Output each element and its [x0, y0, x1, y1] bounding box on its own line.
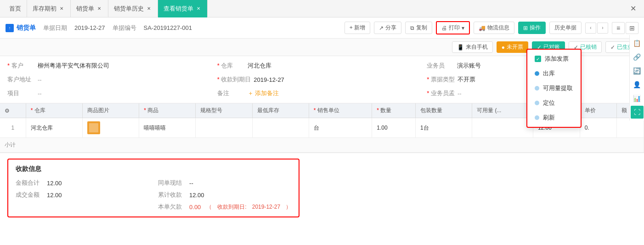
bottom-section: 收款信息 金额合计 12.00 同单现结 -- 成交金额 12.00 累计收款 … — [0, 153, 644, 223]
doc-meta: 单据日期 2019-12-27 单据编号 SA-20191227-001 — [43, 24, 192, 32]
add-note-button[interactable]: ＋ 添加备注 — [248, 89, 279, 97]
number-label: 单据编号 — [113, 24, 136, 32]
sidebar-doc-icon[interactable]: 📋 — [631, 37, 644, 50]
payment-date-value: 2019-12-27 — [254, 76, 427, 83]
tab-bar-right: ✕ — [626, 1, 640, 16]
refresh-label: 刷新 — [543, 114, 555, 122]
new-button[interactable]: + 新增 — [345, 22, 370, 34]
sidebar-expand-icon[interactable]: ⛶ — [631, 106, 644, 119]
cumulative-label: 累计收款 — [158, 191, 186, 199]
print-icon: 🖨 — [441, 25, 447, 31]
history-button[interactable]: 历史单据 — [549, 22, 582, 34]
locate-dot — [535, 101, 539, 105]
tab-sales-history[interactable]: 销货单历史 ✕ — [108, 0, 158, 17]
sidebar-refresh-icon[interactable]: 🔄 — [631, 64, 644, 77]
payment-title: 收款信息 — [16, 165, 291, 173]
deal-amount-value: 12.00 — [47, 192, 62, 199]
col-settings[interactable]: ⚙ — [0, 103, 26, 118]
address-value: -- — [38, 76, 217, 83]
not-opened-button[interactable]: ● 未开票 — [497, 41, 528, 53]
doc-type-icon-text: ↑ — [9, 26, 11, 30]
customer-value: 柳州粤港平安气体有限公司 — [38, 62, 217, 70]
tab-inventory-init[interactable]: 库存期初 ✕ — [27, 0, 71, 17]
row-warehouse: 河北仓库 — [26, 118, 82, 138]
sidebar-stats-icon[interactable]: 📊 — [631, 92, 644, 105]
sidebar-user-icon[interactable]: 👤 — [631, 78, 644, 91]
owe-value: 0.00 — [189, 204, 201, 211]
same-order-label: 同单现结 — [158, 179, 186, 187]
row-image — [82, 118, 139, 138]
subtotal-label: 小计 — [0, 138, 644, 153]
tab-sales-history-close[interactable]: ✕ — [146, 6, 152, 12]
row-min-stock — [252, 118, 309, 138]
sidebar-link-icon[interactable]: 🔗 — [631, 51, 644, 63]
tab-home[interactable]: 首页 — [4, 0, 27, 17]
tab-view-sales[interactable]: 查看销货单 ✕ — [158, 0, 208, 17]
tab-bar: 首页 库存期初 ✕ 销货单 ✕ 销货单历史 ✕ 查看销货单 ✕ ✕ — [0, 0, 644, 17]
col-min-stock: 最低库存 — [252, 103, 309, 118]
available-extract-label: 可用量提取 — [543, 84, 573, 92]
dropdown-refresh[interactable]: 刷新 — [527, 110, 581, 125]
ticket-icon: ● — [502, 44, 505, 51]
row-pack-qty: 1台 — [415, 118, 472, 138]
prev-arrow[interactable]: ‹ — [585, 23, 596, 34]
next-arrow[interactable]: › — [597, 23, 608, 34]
tab-inventory-init-close[interactable]: ✕ — [58, 6, 65, 12]
doc-type-label: 销货单 — [17, 24, 36, 32]
row-spec — [196, 118, 252, 138]
add-invoice-label: 添加发票 — [545, 55, 569, 63]
cumulative-value: 12.00 — [189, 192, 204, 199]
logistics-button[interactable]: 🚚 物流信息 — [474, 22, 514, 34]
payment-date-label: 收款到期日 — [217, 75, 251, 84]
ticket-type-label: 票据类型 — [427, 75, 455, 84]
window-close-button[interactable]: ✕ — [626, 1, 640, 16]
same-order-row: 同单现结 -- — [158, 179, 291, 187]
print-button[interactable]: 🖨 打印 ▾ — [436, 21, 470, 34]
row-extra — [616, 118, 644, 138]
warehouse-value: 河北仓库 — [248, 62, 427, 70]
copy-button[interactable]: ⧉ 复制 — [405, 22, 432, 34]
header-actions: + 新增 ↗ 分享 ⧉ 复制 🖨 打印 ▾ 🚚 物流信息 ⊞ 操作 — [345, 21, 638, 34]
row-product: 嘻嘻嘻嘻 — [139, 118, 196, 138]
deal-amount-label: 成交金额 — [16, 191, 43, 199]
number-value: SA-20191227-001 — [144, 24, 192, 31]
payment-date-field: 收款到期日 2019-12-27 — [217, 75, 427, 84]
from-mobile-button[interactable]: 📱 来自手机 — [452, 41, 493, 53]
payment-info: 收款信息 金额合计 12.00 同单现结 -- 成交金额 12.00 累计收款 … — [7, 159, 299, 217]
owe-row: 本单欠款 0.00 （ 收款到期日: 2019-12-27 ） — [158, 203, 291, 211]
logistics-icon: 🚚 — [479, 25, 486, 31]
salesperson-label: 业务员孟 — [427, 89, 455, 97]
grid-view-button[interactable]: ⊞ — [626, 22, 638, 34]
copy-icon: ⧉ — [410, 25, 414, 31]
total-value: 12.00 — [47, 180, 62, 187]
tab-sales-order[interactable]: 销货单 ✕ — [71, 0, 108, 17]
tab-view-sales-close[interactable]: ✕ — [195, 6, 202, 12]
tab-sales-order-close[interactable]: ✕ — [96, 6, 102, 12]
payment-grid: 金额合计 12.00 同单现结 -- 成交金额 12.00 累计收款 12.00 — [16, 179, 291, 211]
share-button[interactable]: ↗ 分享 — [374, 22, 401, 34]
dropdown-locate[interactable]: 定位 — [527, 96, 581, 110]
right-sidebar: 📋 🔗 🔄 👤 📊 ⛶ — [629, 35, 644, 120]
remark-field: 备注 ＋ 添加备注 — [217, 89, 427, 97]
project-field: 项目 -- — [7, 89, 217, 97]
operations-button[interactable]: ⊞ 操作 — [518, 22, 546, 34]
row-available — [472, 118, 533, 138]
cumulative-row: 累计收款 12.00 — [158, 191, 291, 199]
warehouse-field: 仓库 河北仓库 — [217, 62, 427, 70]
list-view-button[interactable]: ≡ — [612, 22, 625, 34]
dropdown-available-extract[interactable]: 可用量提取 — [527, 81, 581, 96]
tab-home-label: 首页 — [9, 5, 21, 13]
dropdown-outbound[interactable]: 出库 — [527, 66, 581, 81]
dropdown-add-invoice[interactable]: ✓ 添加发票 — [527, 51, 581, 66]
customer-label: 客户 — [7, 62, 35, 70]
tab-view-sales-label: 查看销货单 — [164, 5, 193, 13]
product-image — [87, 121, 100, 134]
due-date-prefix-text: 收款到期日: — [217, 203, 246, 211]
subtotal-row: 小计 — [0, 138, 644, 153]
col-pack-qty: 包装数量 — [415, 103, 472, 118]
main-content: ↑ 销货单 单据日期 2019-12-27 单据编号 SA-20191227-0… — [0, 17, 644, 245]
doc-header: ↑ 销货单 单据日期 2019-12-27 单据编号 SA-20191227-0… — [0, 17, 644, 39]
col-available: 可用量 (... — [472, 103, 533, 118]
row-unit-price: 0. — [580, 118, 616, 138]
total-row: 金额合计 12.00 — [16, 179, 149, 187]
